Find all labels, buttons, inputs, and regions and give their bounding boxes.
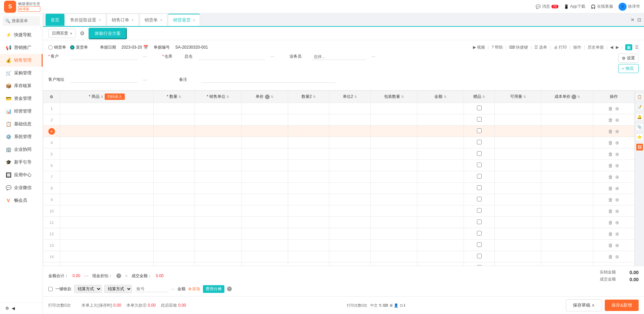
gift-checkbox[interactable]: [477, 128, 482, 133]
gift-cell[interactable]: [464, 160, 495, 171]
pack-qty-cell[interactable]: [371, 160, 417, 171]
sale-unit-cell[interactable]: [195, 137, 241, 148]
unit-price-cell[interactable]: [241, 205, 288, 217]
gift-cell[interactable]: [464, 205, 495, 217]
tab-sale-order-close[interactable]: ×: [132, 18, 134, 22]
sort-amount-icon[interactable]: ⇅: [444, 95, 446, 99]
cost-unit-cell[interactable]: [541, 183, 593, 194]
unit-price-cell[interactable]: [241, 114, 288, 126]
amount-cell[interactable]: [417, 217, 464, 228]
copy-row-btn[interactable]: ⊕: [614, 219, 620, 226]
product-cell[interactable]: [60, 194, 153, 205]
sidebar-search-area[interactable]: 🔍 搜索菜单: [0, 13, 43, 28]
save-new-btn[interactable]: 保存&新增: [605, 300, 639, 311]
amount-cell[interactable]: [417, 103, 464, 114]
qty2-cell[interactable]: [288, 251, 329, 262]
unit-price-cell[interactable]: [241, 194, 288, 205]
delete-row-btn[interactable]: 🗑: [607, 151, 613, 158]
product-cell[interactable]: [60, 114, 153, 126]
sidebar-item-purchase[interactable]: 🛒 采购管理: [0, 67, 43, 79]
sidebar-item-member[interactable]: V 畅会员: [0, 194, 43, 207]
cost-unit-cell[interactable]: [541, 126, 593, 137]
amount-cell[interactable]: [417, 262, 464, 266]
sort-unit2-icon[interactable]: ⇅: [354, 95, 357, 99]
fee-question-icon[interactable]: ?: [227, 287, 232, 291]
radio-sale-bill[interactable]: 销货单: [48, 45, 66, 50]
available-cell[interactable]: [495, 240, 541, 251]
staff-dots[interactable]: ···: [371, 54, 375, 59]
delete-row-btn[interactable]: 🗑: [607, 105, 613, 112]
product-cell[interactable]: [60, 240, 153, 251]
unit2-cell[interactable]: [329, 171, 370, 183]
qty2-cell[interactable]: [288, 126, 329, 137]
amount-cell[interactable]: [417, 148, 464, 160]
grid-view-btn[interactable]: ▦: [625, 44, 632, 50]
qty-cell[interactable]: [153, 251, 195, 262]
qty-cell[interactable]: [153, 240, 195, 251]
product-cell[interactable]: [60, 171, 153, 183]
radio-return-bill[interactable]: 退货单: [70, 45, 88, 50]
sale-unit-cell[interactable]: [195, 240, 241, 251]
qty-cell[interactable]: [153, 114, 195, 126]
sidebar-item-operations[interactable]: 📊 经营管理: [0, 105, 43, 118]
sidebar-item-inventory[interactable]: 📦 库存核算: [0, 79, 43, 92]
qty2-cell[interactable]: [288, 228, 329, 240]
warehouse-dots[interactable]: ···: [270, 54, 274, 59]
remark-input[interactable]: [201, 76, 335, 83]
tab-sale-return-close[interactable]: ×: [193, 18, 195, 22]
cost-unit-cell[interactable]: [541, 228, 593, 240]
qty-cell[interactable]: [153, 148, 195, 160]
unit-price-cell[interactable]: [241, 262, 288, 266]
sidebar-item-finance[interactable]: 💳 资金管理: [0, 92, 43, 105]
close-all-tabs-btn[interactable]: ✕: [631, 17, 635, 22]
gift-cell[interactable]: [464, 228, 495, 240]
product-cell[interactable]: [60, 103, 153, 114]
address-input[interactable]: [70, 76, 138, 83]
sale-unit-cell[interactable]: [195, 126, 241, 137]
cost-unit-cell[interactable]: [541, 160, 593, 171]
qty2-cell[interactable]: [288, 194, 329, 205]
address-dots[interactable]: ···: [143, 77, 147, 82]
collapse-sidebar-btn[interactable]: ◀: [12, 306, 15, 311]
cost-unit-cell[interactable]: [541, 137, 593, 148]
gift-checkbox[interactable]: [477, 106, 482, 110]
qty2-cell[interactable]: [288, 137, 329, 148]
copy-row-btn[interactable]: ⊕: [614, 151, 620, 158]
qty-cell[interactable]: [153, 205, 195, 217]
next-bill-btn[interactable]: ▶: [616, 45, 619, 50]
customer-dots[interactable]: ···: [143, 54, 147, 59]
delete-row-btn[interactable]: 🗑: [607, 185, 613, 192]
cost-unit-cell[interactable]: [541, 148, 593, 160]
gift-cell[interactable]: [464, 183, 495, 194]
panel-icon-2[interactable]: 📝: [636, 103, 643, 111]
save-draft-btn[interactable]: 保存草稿 ∧: [566, 299, 602, 311]
qty2-cell[interactable]: [288, 217, 329, 228]
message-btn[interactable]: 💬 消息 70: [536, 4, 558, 9]
customer-input[interactable]: [70, 54, 138, 60]
video-btn[interactable]: ▶ 视频: [473, 45, 485, 50]
delete-row-btn[interactable]: 🗑: [607, 174, 613, 180]
qty2-cell[interactable]: [288, 148, 329, 160]
unit2-cell[interactable]: [329, 183, 370, 194]
gift-cell[interactable]: [464, 103, 495, 114]
settings-footer-btn[interactable]: ⚙: [5, 306, 9, 311]
sale-unit-cell[interactable]: [195, 205, 241, 217]
qty2-cell[interactable]: [288, 183, 329, 194]
delete-row-btn[interactable]: 🗑: [607, 208, 613, 214]
unit-price-cell[interactable]: [241, 148, 288, 160]
gift-checkbox[interactable]: [477, 140, 482, 144]
select-bill-btn[interactable]: ☰ 选单: [534, 45, 547, 50]
cost-unit-cell[interactable]: [541, 217, 593, 228]
cost-unit-cell[interactable]: [541, 103, 593, 114]
unit-price-cell[interactable]: [241, 228, 288, 240]
panel-icon-3[interactable]: 🔔: [636, 113, 643, 121]
unit2-cell[interactable]: [329, 148, 370, 160]
online-service-btn[interactable]: 🎧 在线客服: [591, 4, 613, 9]
copy-row-btn[interactable]: ⊕: [614, 162, 620, 169]
sale-unit-cell[interactable]: [195, 251, 241, 262]
unit-price-cell[interactable]: [241, 126, 288, 137]
qty-cell[interactable]: [153, 103, 195, 114]
gift-cell[interactable]: [464, 240, 495, 251]
available-cell[interactable]: [495, 126, 541, 137]
pack-qty-cell[interactable]: [371, 228, 417, 240]
